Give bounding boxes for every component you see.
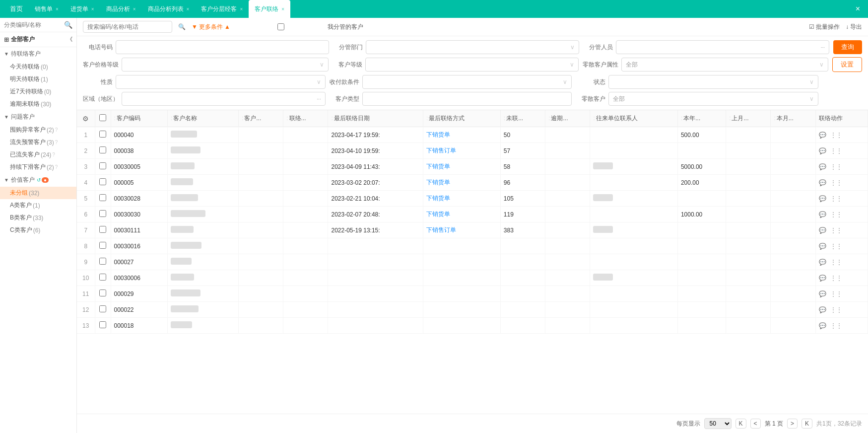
customer-type-input[interactable] [362,92,572,106]
last-way-link[interactable]: 下销货单 [426,195,450,202]
more-icon[interactable]: ⋮⋮ [830,275,842,282]
manager-dots[interactable]: ··· [616,40,829,54]
more-icon[interactable]: ⋮⋮ [830,290,842,297]
chat-icon[interactable]: 💬 [819,163,826,170]
chat-icon[interactable]: 💬 [819,132,826,139]
chat-icon[interactable]: 💬 [819,179,826,186]
export-btn[interactable]: ↓ 导出 [846,23,862,31]
dept-dropdown[interactable]: ∨ [366,40,579,54]
phone-input[interactable] [116,40,329,54]
chat-icon[interactable]: 💬 [819,147,826,154]
all-customers-header[interactable]: ⊞ 全部客户 《 [0,32,76,47]
th-checkbox[interactable] [95,110,111,127]
row-checkbox[interactable] [99,242,106,249]
my-customers-check[interactable] [236,23,326,30]
sidebar-item-churned[interactable]: 已流失客户 (24) ? [0,148,76,161]
chat-icon[interactable]: 💬 [819,259,826,266]
chat-icon[interactable]: 💬 [819,290,826,297]
nav-tab-customer-contact[interactable]: 客户联络 × [249,0,290,18]
row-checkbox[interactable] [99,226,106,233]
price-level-dropdown[interactable]: ∨ [122,58,329,72]
sidebar-item-class-a[interactable]: A类客户 (1) [0,199,76,212]
my-customers-checkbox[interactable]: 我分管的客户 [236,23,363,31]
more-icon[interactable]: ⋮⋮ [830,259,842,266]
more-icon[interactable]: ⋮⋮ [830,322,842,329]
sidebar-item-7days[interactable]: 近7天待联络 (0) [0,85,76,98]
close-purchase-tab-icon[interactable]: × [91,6,94,12]
close-contact-tab-icon[interactable]: × [281,6,284,12]
more-icon[interactable]: ⋮⋮ [830,243,842,250]
filter-search-icon[interactable]: 🔍 [178,23,186,30]
row-checkbox[interactable] [99,162,106,169]
nav-tab-customer-segment[interactable]: 客户分层经客 × [195,0,249,18]
close-sales-tab-icon[interactable]: × [56,6,59,12]
sidebar-item-declining[interactable]: 持续下滑客户 (2) ? [0,161,76,173]
first-page-btn[interactable]: K [735,419,746,429]
close-analysis-tab-icon[interactable]: × [133,6,136,12]
next-page-btn[interactable]: > [787,419,798,429]
row-checkbox[interactable] [99,274,106,281]
row-checkbox[interactable] [99,258,106,265]
nav-tab-analysis[interactable]: 商品分析 × [100,0,142,18]
sidebar-item-class-c[interactable]: C类客户 (6) [0,224,76,236]
query-button[interactable]: 查询 [833,40,862,54]
retail-attr-dropdown[interactable]: 全部 ∨ [621,58,828,72]
page-size-select[interactable]: 50 100 200 [704,418,732,429]
batch-op-btn[interactable]: ☑ 批量操作 [809,23,840,31]
chat-icon[interactable]: 💬 [819,211,826,218]
prev-page-btn[interactable]: < [750,419,761,429]
last-way-link[interactable]: 下销货单 [426,179,450,186]
last-page-btn[interactable]: K [801,419,812,429]
last-way-link[interactable]: 下销售订单 [426,226,456,233]
region-dots[interactable]: ··· [122,92,326,106]
sidebar-item-ungrouped[interactable]: 未分组 (32) [0,187,76,199]
th-settings[interactable]: ⚙ [77,110,95,127]
row-checkbox[interactable] [99,178,106,185]
nav-home[interactable]: 首页 [4,4,29,13]
more-conditions-btn[interactable]: ▼ 更多条件 ▲ [192,23,230,31]
row-checkbox[interactable] [99,210,106,217]
sidebar-item-class-b[interactable]: B类客户 (33) [0,212,76,224]
sidebar-item-today[interactable]: 今天待联络 (0) [0,61,76,73]
chat-icon[interactable]: 💬 [819,227,826,234]
nature-dropdown[interactable]: ∨ [116,75,326,89]
more-icon[interactable]: ⋮⋮ [830,211,842,218]
problem-customers-group[interactable]: ▼ 问题客户 [0,110,76,124]
more-icon[interactable]: ⋮⋮ [830,163,842,170]
nav-tab-sales[interactable]: 销售单 × [29,0,65,18]
chat-icon[interactable]: 💬 [819,195,826,202]
last-way-link[interactable]: 下销货单 [426,211,450,217]
settings-icon[interactable]: ⚙ [82,115,89,123]
row-checkbox[interactable] [99,289,106,296]
nav-tab-purchase[interactable]: 进货单 × [65,0,100,18]
row-checkbox[interactable] [99,321,106,328]
retail-customer-dropdown[interactable]: 全部 ∨ [608,92,818,106]
sidebar-search-icon[interactable]: 🔍 [64,21,72,29]
search-input[interactable] [83,21,172,33]
value-customers-group[interactable]: ▼ 价值客户 ↺ ● [0,173,76,187]
row-checkbox[interactable] [99,305,106,312]
sidebar-item-overdue[interactable]: 逾期未联络 (30) [0,98,76,110]
select-all-checkbox[interactable] [99,114,106,121]
chat-icon[interactable]: 💬 [819,275,826,282]
last-way-link[interactable]: 下销货单 [426,163,450,170]
last-way-link[interactable]: 下销售订单 [426,147,456,154]
more-icon[interactable]: ⋮⋮ [830,132,842,139]
sidebar-collapse-icon[interactable]: 《 [67,36,72,43]
global-close-icon[interactable]: × [852,4,864,13]
chat-icon[interactable]: 💬 [819,322,826,329]
payment-dropdown[interactable]: ∨ [362,75,572,89]
more-icon[interactable]: ⋮⋮ [830,195,842,202]
reset-button[interactable]: 设置 [832,57,862,72]
more-icon[interactable]: ⋮⋮ [830,147,842,154]
nav-tab-analysis-list[interactable]: 商品分析列表 × [142,0,196,18]
pending-contact-group[interactable]: ▼ 待联络客户 [0,47,76,61]
close-analysis-list-tab-icon[interactable]: × [187,6,190,12]
sidebar-item-churn-warning[interactable]: 流失预警客户 (3) ? [0,136,76,148]
customer-level-dropdown[interactable]: ∨ [365,58,578,72]
last-way-link[interactable]: 下销货单 [426,131,450,138]
more-icon[interactable]: ⋮⋮ [830,306,842,313]
row-checkbox[interactable] [99,131,106,138]
chat-icon[interactable]: 💬 [819,243,826,250]
sidebar-search-input[interactable] [4,21,64,28]
